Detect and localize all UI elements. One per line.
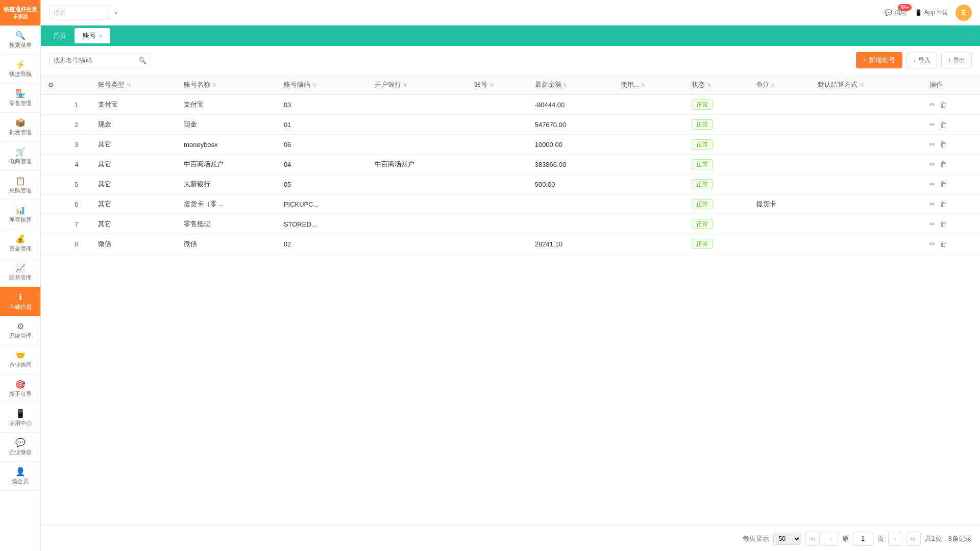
cell-bank-7 <box>369 234 469 254</box>
cell-usage-0 <box>615 95 685 115</box>
sidebar-item-12[interactable]: 🎯新手引导 <box>0 374 40 404</box>
add-account-button[interactable]: + 新增账号 <box>856 52 902 68</box>
sidebar-label-15: 畅会员 <box>12 478 29 485</box>
cell-name-3: 中百商场账户 <box>178 155 278 174</box>
delete-btn-7[interactable]: 🗑 <box>940 240 947 248</box>
cell-status-2: 正常 <box>685 135 750 155</box>
col-account[interactable]: 账号 ⇅ <box>468 75 528 95</box>
cell-account-3 <box>468 155 528 174</box>
sidebar-item-0[interactable]: 🔍搜索菜单 <box>0 26 40 55</box>
sidebar-item-4[interactable]: 🛒电商管理 <box>0 142 40 171</box>
import-button[interactable]: ↓ 导入 <box>906 53 937 68</box>
cell-settings-5 <box>41 194 61 214</box>
col-settings[interactable]: ⚙ <box>41 75 61 95</box>
cell-balance-6 <box>529 214 615 234</box>
delete-btn-1[interactable]: 🗑 <box>940 120 947 129</box>
avatar[interactable]: E <box>955 5 972 21</box>
tab-home[interactable]: 首页 <box>45 28 75 43</box>
top-dropdown-icon[interactable]: ▾ <box>114 9 118 17</box>
edit-btn-0[interactable]: ✏ <box>929 101 936 109</box>
cell-default-payment-4 <box>812 174 923 194</box>
cell-type-4: 其它 <box>92 174 178 194</box>
col-code[interactable]: 账号编码 ⇅ <box>278 75 369 95</box>
edit-btn-4[interactable]: ✏ <box>929 180 936 188</box>
tab-account-label: 账号 <box>83 31 96 40</box>
sidebar-icon-6: 📊 <box>15 205 26 215</box>
cell-balance-1: 547670.00 <box>529 115 615 135</box>
col-default-payment[interactable]: 默认结算方式 ⇅ <box>812 75 923 95</box>
cell-default-payment-5 <box>812 194 923 214</box>
cell-type-2: 其它 <box>92 135 178 155</box>
edit-btn-3[interactable]: ✏ <box>929 160 936 168</box>
col-name[interactable]: 账号名称 ⇅ <box>178 75 278 95</box>
cell-usage-4 <box>615 174 685 194</box>
sidebar-item-13[interactable]: 📱应用中心 <box>0 404 40 433</box>
sidebar-icon-12: 🎯 <box>15 380 26 389</box>
col-balance[interactable]: 最新余额 ⇅ <box>529 75 615 95</box>
top-bar: 搜索 ▾ 💬 消息 99+ 📱 App下载 E <box>41 0 980 26</box>
delete-btn-2[interactable]: 🗑 <box>940 140 947 148</box>
edit-btn-5[interactable]: ✏ <box>929 200 936 208</box>
first-page-button[interactable]: ⏮ <box>805 532 820 546</box>
edit-btn-7[interactable]: ✏ <box>929 240 936 248</box>
maximize-button[interactable]: ⛶ <box>968 32 976 40</box>
export-button[interactable]: ↑ 导出 <box>941 53 972 68</box>
per-page-label: 每页显示 <box>743 534 769 543</box>
cell-usage-3 <box>615 155 685 174</box>
export-icon: ↑ <box>948 57 951 64</box>
sidebar-item-11[interactable]: 🤝企业协同 <box>0 345 40 374</box>
next-page-button[interactable]: › <box>888 532 902 546</box>
minimize-button[interactable]: — <box>958 32 966 40</box>
cell-num-6: 7 <box>61 214 92 234</box>
cell-code-7: 02 <box>278 234 369 254</box>
sidebar-item-9[interactable]: ℹ基础信息 <box>0 287 40 316</box>
message-button[interactable]: 💬 消息 99+ <box>885 8 906 17</box>
edit-btn-1[interactable]: ✏ <box>929 120 936 129</box>
cell-bank-0 <box>369 95 469 115</box>
col-remark[interactable]: 备注 ⇅ <box>750 75 812 95</box>
search-icon[interactable]: 🔍 <box>138 57 146 64</box>
sidebar-item-5[interactable]: 📋采购管理 <box>0 171 40 200</box>
prev-page-button[interactable]: ‹ <box>824 532 838 546</box>
sidebar-item-6[interactable]: 📊库存核算 <box>0 200 40 229</box>
top-bar-right: 💬 消息 99+ 📱 App下载 E <box>885 5 972 21</box>
sidebar-item-7[interactable]: 💰资金管理 <box>0 229 40 258</box>
cell-usage-7 <box>615 234 685 254</box>
col-action: 操作 <box>923 75 980 95</box>
col-bank[interactable]: 开户银行 ⇅ <box>369 75 469 95</box>
col-type[interactable]: 账号类型 ⇅ <box>92 75 178 95</box>
cell-settings-1 <box>41 115 61 135</box>
delete-btn-4[interactable]: 🗑 <box>940 180 947 188</box>
sidebar-label-12: 新手引导 <box>9 390 32 398</box>
cell-balance-3: 383866.00 <box>529 155 615 174</box>
sidebar-item-8[interactable]: 📈经营管理 <box>0 258 40 287</box>
delete-btn-3[interactable]: 🗑 <box>940 160 947 168</box>
edit-btn-2[interactable]: ✏ <box>929 140 936 148</box>
sidebar-item-3[interactable]: 📦批发管理 <box>0 113 40 142</box>
col-status[interactable]: 状态 ⇅ <box>685 75 750 95</box>
sidebar-item-10[interactable]: ⚙系统管理 <box>0 316 40 345</box>
cell-status-6: 正常 <box>685 214 750 234</box>
sidebar-item-2[interactable]: 🏪零售管理 <box>0 84 40 113</box>
sidebar-item-1[interactable]: ⚡快捷导航 <box>0 55 40 84</box>
page-input[interactable] <box>853 532 873 546</box>
cell-code-6: STORED... <box>278 214 369 234</box>
cell-default-payment-0 <box>812 95 923 115</box>
sidebar-item-14[interactable]: 💬企业微信 <box>0 433 40 462</box>
delete-btn-5[interactable]: 🗑 <box>940 200 947 208</box>
last-page-button[interactable]: ⏭ <box>906 532 921 546</box>
app-download-button[interactable]: 📱 App下载 <box>915 8 947 17</box>
sidebar: 畅捷通好生意 乐惠版 🔍搜索菜单⚡快捷导航🏪零售管理📦批发管理🛒电商管理📋采购管… <box>0 0 41 551</box>
cell-code-4: 05 <box>278 174 369 194</box>
delete-btn-6[interactable]: 🗑 <box>940 220 947 228</box>
delete-btn-0[interactable]: 🗑 <box>940 101 947 109</box>
sidebar-item-15[interactable]: 👤畅会员 <box>0 462 40 491</box>
tab-account[interactable]: 账号 × <box>75 28 110 43</box>
col-usage[interactable]: 使用... ⇅ <box>615 75 685 95</box>
import-icon: ↓ <box>913 57 916 64</box>
search-input[interactable] <box>54 57 135 64</box>
cell-action-4: ✏ 🗑 <box>923 174 980 194</box>
edit-btn-6[interactable]: ✏ <box>929 220 936 228</box>
tab-close-icon[interactable]: × <box>99 33 102 39</box>
per-page-select[interactable]: 50 100 200 <box>773 533 801 545</box>
